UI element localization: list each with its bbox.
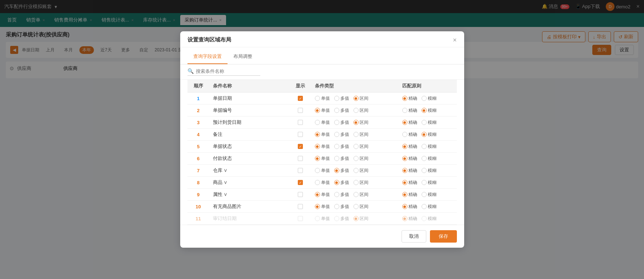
row-name: 属性 ∨	[209, 189, 289, 201]
type-radio-单值[interactable]: 单值	[315, 156, 330, 162]
match-radio-模糊[interactable]: 模糊	[422, 192, 436, 198]
row-order: 6	[187, 153, 209, 165]
match-radio-精确[interactable]: 精确	[402, 204, 417, 210]
match-radio-模糊[interactable]: 模糊	[422, 131, 436, 138]
match-radio-精确[interactable]: 精确	[402, 168, 417, 174]
match-radio-模糊[interactable]: 模糊	[422, 216, 436, 222]
row-checkbox[interactable]	[298, 192, 303, 197]
type-radio-区间[interactable]: 区间	[353, 95, 368, 102]
type-radio-多值[interactable]: 多值	[334, 119, 349, 126]
row-type-cell: 单值多值区间	[311, 177, 399, 189]
match-radio-精确[interactable]: 精确	[402, 192, 417, 198]
row-name: 仓库 ∨	[209, 165, 289, 177]
dialog-tab-layout[interactable]: 布局调整	[228, 51, 258, 64]
match-radio-模糊[interactable]: 模糊	[422, 180, 436, 186]
row-checkbox-cell	[289, 105, 311, 117]
row-checkbox[interactable]	[298, 204, 303, 209]
type-radio-区间[interactable]: 区间	[353, 156, 368, 162]
match-radio-精确[interactable]: 精确	[402, 119, 417, 126]
type-radio-多值[interactable]: 多值	[334, 131, 349, 138]
row-type-cell: 单值多值区间	[311, 141, 399, 153]
row-checkbox[interactable]	[298, 168, 303, 173]
table-row: 5单据状态✓单值多值区间精确模糊	[187, 141, 457, 153]
row-checkbox[interactable]	[298, 156, 303, 161]
row-match-cell: 精确模糊	[399, 153, 457, 165]
match-radio-模糊[interactable]: 模糊	[422, 107, 436, 114]
type-radio-区间[interactable]: 区间	[353, 131, 368, 138]
type-radio-多值[interactable]: 多值	[334, 192, 349, 198]
row-checkbox[interactable]: ✓	[298, 180, 303, 185]
row-checkbox[interactable]: ✓	[298, 96, 303, 101]
match-radio-精确[interactable]: 精确	[402, 131, 417, 138]
match-radio-模糊[interactable]: 模糊	[422, 168, 436, 174]
match-radio-精确[interactable]: 精确	[402, 216, 417, 222]
table-row: 2单据编号单值多值区间精确模糊	[187, 105, 457, 117]
row-checkbox[interactable]	[298, 120, 303, 125]
type-radio-单值[interactable]: 单值	[315, 95, 330, 102]
table-row: 10有无商品图片单值多值区间精确模糊	[187, 201, 457, 213]
type-radio-多值[interactable]: 多值	[334, 180, 349, 186]
row-type-cell: 单值多值区间	[311, 105, 399, 117]
type-radio-单值[interactable]: 单值	[315, 144, 330, 150]
table-row: 6付款状态单值多值区间精确模糊	[187, 153, 457, 165]
type-radio-多值[interactable]: 多值	[334, 216, 349, 222]
type-radio-区间[interactable]: 区间	[353, 144, 368, 150]
row-checkbox[interactable]	[298, 132, 303, 137]
save-btn[interactable]: 保存	[430, 230, 457, 243]
match-radio-模糊[interactable]: 模糊	[422, 95, 436, 102]
table-row: 11审订结日期单值多值区间精确模糊	[187, 213, 457, 225]
row-type-cell: 单值多值区间	[311, 93, 399, 105]
type-radio-单值[interactable]: 单值	[315, 168, 330, 174]
row-name: 单据日期	[209, 93, 289, 105]
type-radio-单值[interactable]: 单值	[315, 216, 330, 222]
type-radio-区间[interactable]: 区间	[353, 180, 368, 186]
type-radio-单值[interactable]: 单值	[315, 180, 330, 186]
type-radio-区间[interactable]: 区间	[353, 192, 368, 198]
type-radio-多值[interactable]: 多值	[334, 107, 349, 114]
type-radio-区间[interactable]: 区间	[353, 216, 368, 222]
type-radio-单值[interactable]: 单值	[315, 119, 330, 126]
cancel-btn[interactable]: 取消	[402, 230, 426, 243]
row-name: 有无商品图片	[209, 201, 289, 213]
type-radio-多值[interactable]: 多值	[334, 95, 349, 102]
match-radio-精确[interactable]: 精确	[402, 144, 417, 150]
match-radio-精确[interactable]: 精确	[402, 180, 417, 186]
row-checkbox[interactable]	[298, 108, 303, 113]
row-order: 2	[187, 105, 209, 117]
modal-overlay: 设置查询区域布局 × 查询字段设置 布局调整 🔍 顺序 条件名称 显示	[0, 0, 644, 279]
match-radio-精确[interactable]: 精确	[402, 156, 417, 162]
type-radio-多值[interactable]: 多值	[334, 144, 349, 150]
row-order: 5	[187, 141, 209, 153]
dialog-close-btn[interactable]: ×	[453, 37, 457, 43]
type-radio-区间[interactable]: 区间	[353, 119, 368, 126]
match-radio-模糊[interactable]: 模糊	[422, 119, 436, 126]
row-type-cell: 单值多值区间	[311, 165, 399, 177]
match-radio-精确[interactable]: 精确	[402, 95, 417, 102]
row-match-cell: 精确模糊	[399, 117, 457, 129]
type-radio-单值[interactable]: 单值	[315, 192, 330, 198]
match-radio-模糊[interactable]: 模糊	[422, 144, 436, 150]
type-radio-多值[interactable]: 多值	[334, 168, 349, 174]
search-input[interactable]	[196, 68, 254, 74]
type-radio-区间[interactable]: 区间	[353, 107, 368, 114]
type-radio-单值[interactable]: 单值	[315, 131, 330, 138]
type-radio-单值[interactable]: 单值	[315, 107, 330, 114]
match-radio-精确[interactable]: 精确	[402, 107, 417, 114]
row-checkbox[interactable]: ✓	[298, 144, 303, 149]
match-radio-模糊[interactable]: 模糊	[422, 156, 436, 162]
type-radio-多值[interactable]: 多值	[334, 156, 349, 162]
search-icon: 🔍	[187, 68, 194, 74]
dialog-tabs: 查询字段设置 布局调整	[180, 47, 464, 64]
row-checkbox-cell: ✓	[289, 93, 311, 105]
row-checkbox[interactable]	[298, 216, 303, 221]
match-radio-模糊[interactable]: 模糊	[422, 204, 436, 210]
row-type-cell: 单值多值区间	[311, 201, 399, 213]
type-radio-单值[interactable]: 单值	[315, 204, 330, 210]
type-radio-多值[interactable]: 多值	[334, 204, 349, 210]
row-type-cell: 单值多值区间	[311, 189, 399, 201]
dialog-tab-query[interactable]: 查询字段设置	[187, 51, 228, 64]
type-radio-区间[interactable]: 区间	[353, 168, 368, 174]
row-name: 审订结日期	[209, 213, 289, 225]
type-radio-区间[interactable]: 区间	[353, 204, 368, 210]
row-checkbox-cell	[289, 129, 311, 141]
